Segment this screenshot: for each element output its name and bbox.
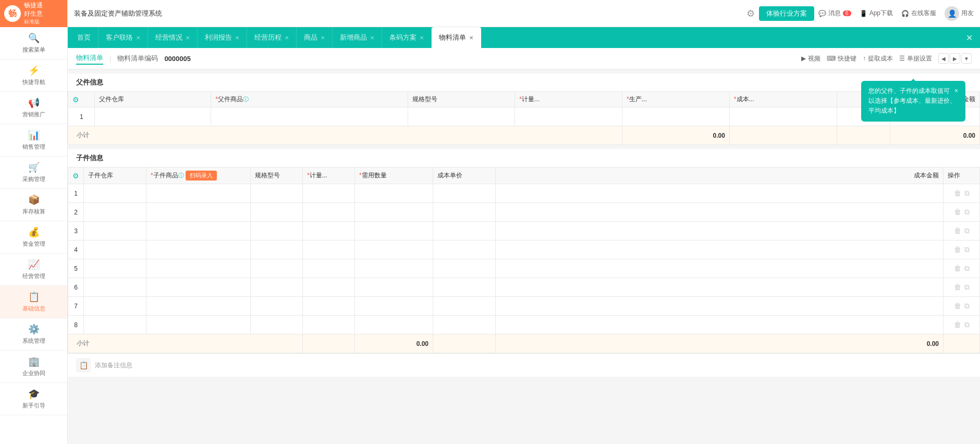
child-row-7-amount[interactable] <box>496 297 944 316</box>
sidebar-item-finance[interactable]: 💰 资金管理 <box>0 221 67 254</box>
tab-barcode-close[interactable]: ✕ <box>420 35 424 41</box>
prev-arrow[interactable]: ◀ <box>938 53 949 64</box>
delete-icon-4[interactable]: 🗑 <box>954 245 961 254</box>
sidebar-item-marketing[interactable]: 📢 营销推广 <box>0 92 67 124</box>
tab-operation[interactable]: 经营情况 ✕ <box>148 27 198 48</box>
child-th-settings[interactable]: ⚙ <box>68 167 84 184</box>
child-row-7-warehouse[interactable] <box>84 297 146 316</box>
tab-home[interactable]: 首页 <box>70 27 99 48</box>
child-row-5-goods[interactable] <box>146 259 251 278</box>
child-row-8-warehouse[interactable] <box>84 316 146 334</box>
video-btn[interactable]: ▶ 视频 <box>801 54 820 63</box>
delete-icon-7[interactable]: 🗑 <box>954 302 961 310</box>
tab-goods[interactable]: 商品 ✕ <box>297 27 333 48</box>
delete-icon-3[interactable]: 🗑 <box>954 226 961 235</box>
tab-history[interactable]: 经营历程 ✕ <box>247 27 297 48</box>
tab-customer[interactable]: 客户联络 ✕ <box>99 27 148 48</box>
child-row-5-unit[interactable] <box>303 259 355 278</box>
sidebar-item-basic[interactable]: 📋 基础信息 <box>0 286 67 318</box>
child-row-4-warehouse[interactable] <box>84 241 146 259</box>
copy-icon-3[interactable]: ⧉ <box>964 226 970 235</box>
child-row-2-unit[interactable] <box>303 203 355 222</box>
online-service-action[interactable]: 🎧 在线客服 <box>901 9 936 18</box>
child-row-6-goods[interactable] <box>146 278 251 297</box>
goods-info-icon[interactable]: ⓘ <box>243 96 249 102</box>
child-row-6-spec[interactable] <box>251 278 303 297</box>
child-row-8-goods[interactable] <box>146 316 251 334</box>
child-row-3-price[interactable] <box>433 222 496 241</box>
tab-customer-close[interactable]: ✕ <box>136 35 140 41</box>
scan-button[interactable]: 扫码录入 <box>186 171 217 181</box>
child-row-2-spec[interactable] <box>251 203 303 222</box>
child-row-8-amount[interactable] <box>496 316 944 334</box>
copy-icon-8[interactable]: ⧉ <box>964 320 970 329</box>
tab-goods-close[interactable]: ✕ <box>321 35 325 41</box>
sidebar-item-purchase[interactable]: 🛒 采购管理 <box>0 157 67 189</box>
child-row-8-unit[interactable] <box>303 316 355 334</box>
child-row-5-amount[interactable] <box>496 259 944 278</box>
extract-cost-btn[interactable]: ↑ 提取成本 <box>863 54 893 63</box>
message-action[interactable]: 💬 消息 6 <box>818 9 851 18</box>
child-row-4-goods[interactable] <box>146 241 251 259</box>
sidebar-item-company[interactable]: 🏢 企业协同 <box>0 351 67 383</box>
child-row-3-qty[interactable] <box>355 222 433 241</box>
child-row-6-warehouse[interactable] <box>84 278 146 297</box>
child-row-5-warehouse[interactable] <box>84 259 146 278</box>
global-close-button[interactable]: ✕ <box>961 33 978 43</box>
sidebar-item-sales[interactable]: 📊 销售管理 <box>0 124 67 157</box>
parent-row-1-spec[interactable] <box>408 107 515 126</box>
parent-row-1-cost[interactable] <box>729 107 837 126</box>
user-action[interactable]: 👤 用友 <box>945 6 974 21</box>
sidebar-item-guide[interactable]: 🎓 新手引导 <box>0 383 67 415</box>
child-row-5-spec[interactable] <box>251 259 303 278</box>
shortcut-btn[interactable]: ⌨ 快捷键 <box>827 54 856 63</box>
child-row-7-qty[interactable] <box>355 297 433 316</box>
tooltip-close-button[interactable]: × <box>954 86 958 96</box>
child-row-3-warehouse[interactable] <box>84 222 146 241</box>
child-row-6-amount[interactable] <box>496 278 944 297</box>
tab-new-goods[interactable]: 新增商品 ✕ <box>333 27 382 48</box>
parent-row-1-produce[interactable] <box>622 107 730 126</box>
child-row-8-spec[interactable] <box>251 316 303 334</box>
child-row-1-spec[interactable] <box>251 184 303 203</box>
tab-history-close[interactable]: ✕ <box>285 35 289 41</box>
tab-barcode[interactable]: 条码方案 ✕ <box>382 27 432 48</box>
copy-icon-7[interactable]: ⧉ <box>964 302 970 310</box>
trial-button[interactable]: 体验行业方案 <box>759 6 814 21</box>
copy-icon-5[interactable]: ⧉ <box>964 264 970 273</box>
child-row-3-unit[interactable] <box>303 222 355 241</box>
delete-icon-8[interactable]: 🗑 <box>954 320 961 329</box>
child-row-4-qty[interactable] <box>355 241 433 259</box>
tab-bom[interactable]: 物料清单 ✕ <box>432 27 481 48</box>
note-icon[interactable]: 📋 <box>76 358 91 373</box>
child-row-3-spec[interactable] <box>251 222 303 241</box>
child-row-1-warehouse[interactable] <box>84 184 146 203</box>
child-row-5-price[interactable] <box>433 259 496 278</box>
delete-icon-2[interactable]: 🗑 <box>954 208 961 217</box>
sidebar-item-system[interactable]: ⚙️ 系统管理 <box>0 318 67 351</box>
child-row-1-goods[interactable] <box>146 184 251 203</box>
menu-arrow[interactable]: ▼ <box>961 53 972 64</box>
child-row-6-qty[interactable] <box>355 278 433 297</box>
tab-operation-close[interactable]: ✕ <box>186 35 190 41</box>
sidebar-item-search[interactable]: 🔍 搜索菜单 <box>0 27 67 59</box>
delete-icon-1[interactable]: 🗑 <box>954 189 961 198</box>
parent-row-1-warehouse[interactable] <box>95 107 211 126</box>
child-row-3-amount[interactable] <box>496 222 944 241</box>
child-row-2-warehouse[interactable] <box>84 203 146 222</box>
sidebar-item-inventory[interactable]: 📦 库存核算 <box>0 189 67 221</box>
child-row-8-price[interactable] <box>433 316 496 334</box>
tab-profit[interactable]: 利润报告 ✕ <box>198 27 247 48</box>
child-row-4-price[interactable] <box>433 241 496 259</box>
child-row-6-unit[interactable] <box>303 278 355 297</box>
tab-new-goods-close[interactable]: ✕ <box>370 35 374 41</box>
parent-row-1-unit[interactable] <box>515 107 622 126</box>
copy-icon-4[interactable]: ⧉ <box>964 245 970 254</box>
copy-icon-6[interactable]: ⧉ <box>964 283 970 292</box>
child-row-3-goods[interactable] <box>146 222 251 241</box>
child-row-2-price[interactable] <box>433 203 496 222</box>
child-row-5-qty[interactable] <box>355 259 433 278</box>
child-row-7-goods[interactable] <box>146 297 251 316</box>
parent-row-1-goods[interactable] <box>211 107 408 126</box>
bill-settings-btn[interactable]: ☰ 单据设置 <box>899 54 932 63</box>
